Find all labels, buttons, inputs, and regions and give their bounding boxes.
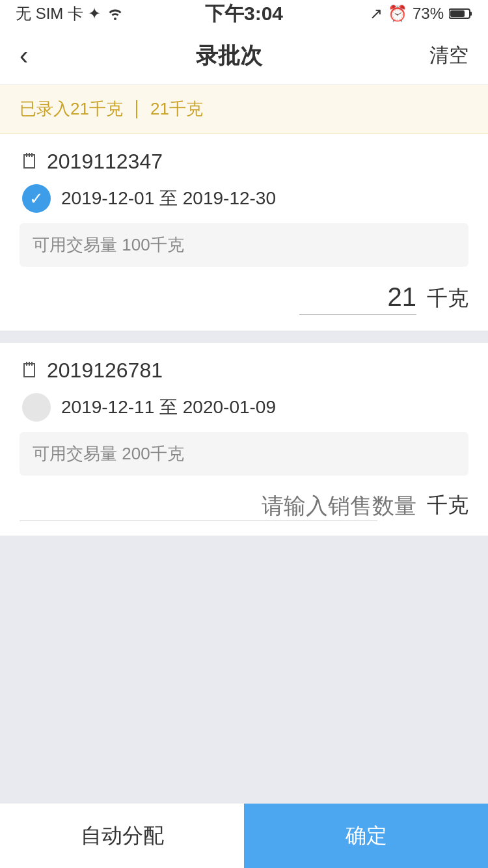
batch-icon-1: 🗒	[20, 150, 40, 174]
status-bar: 无 SIM 卡 ✦ 下午3:04 ↗ ⏰ 73%	[0, 0, 488, 27]
batch-id-2: 2019126781	[47, 359, 163, 383]
quantity-value: 21	[388, 282, 417, 312]
battery-icon	[449, 8, 472, 20]
batch-date-2: 2019-12-11 至 2020-01-09	[61, 395, 276, 420]
radio-selected-1[interactable]: ✓	[22, 184, 51, 213]
radio-unselected-2[interactable]	[22, 393, 51, 422]
battery-percent: 73%	[413, 5, 444, 23]
batch-section-1: 🗒 2019112347 ✓ 2019-12-01 至 2019-12-30 可…	[0, 134, 488, 331]
batch-section-2: 🗒 2019126781 2019-12-11 至 2020-01-09 可用交…	[0, 343, 488, 536]
nav-bar: ‹ 录批次 清空	[0, 27, 488, 85]
location-icon: ↗	[370, 5, 383, 23]
svg-rect-1	[470, 12, 472, 16]
batch-avail-row-1: 可用交易量 100千克	[20, 223, 468, 267]
bottom-bar: 自动分配 确定	[0, 803, 488, 868]
batch-avail-2: 可用交易量 200千克	[33, 444, 184, 463]
confirm-button[interactable]: 确定	[244, 804, 488, 868]
auto-distribute-button[interactable]: 自动分配	[0, 804, 244, 868]
info-banner: 已录入21千克 21千克	[0, 85, 488, 134]
quantity-display-row: 21 千克	[0, 267, 488, 331]
batch-date-row-1: ✓ 2019-12-01 至 2019-12-30	[20, 184, 468, 213]
quantity-underline	[299, 314, 416, 315]
batch-avail-row-2: 可用交易量 200千克	[20, 432, 468, 476]
gray-area	[0, 536, 488, 809]
input-unit: 千克	[427, 491, 468, 520]
wifi-icon	[106, 7, 124, 20]
svg-rect-2	[450, 10, 465, 17]
batch-date-1: 2019-12-01 至 2019-12-30	[61, 186, 276, 211]
clear-button[interactable]: 清空	[429, 42, 468, 69]
sim-label: 无 SIM 卡 ✦	[16, 3, 101, 24]
status-left: 无 SIM 卡 ✦	[16, 3, 124, 24]
batch-avail-1: 可用交易量 100千克	[33, 235, 184, 254]
page-title: 录批次	[196, 41, 262, 71]
info-label: 已录入21千克	[20, 98, 123, 120]
input-area	[20, 493, 416, 519]
input-underline	[20, 521, 377, 521]
info-divider	[136, 100, 137, 118]
batch-id-row-2: 🗒 2019126781	[20, 359, 468, 383]
batch-icon-2: 🗒	[20, 359, 40, 383]
quantity-unit-1: 千克	[427, 284, 468, 313]
batch-item-2[interactable]: 🗒 2019126781 2019-12-11 至 2020-01-09 可用交…	[0, 343, 488, 476]
check-icon: ✓	[29, 189, 44, 209]
batch-date-row-2: 2019-12-11 至 2020-01-09	[20, 393, 468, 422]
qty-display-wrapper: 21	[299, 282, 416, 315]
info-value: 21千克	[150, 98, 203, 120]
back-button[interactable]: ‹	[20, 41, 28, 70]
section-divider	[0, 331, 488, 343]
batch-id-row-1: 🗒 2019112347	[20, 150, 468, 174]
status-time: 下午3:04	[205, 1, 283, 27]
batch-id-1: 2019112347	[47, 150, 163, 174]
quantity-input[interactable]	[221, 493, 416, 519]
batch-item-1[interactable]: 🗒 2019112347 ✓ 2019-12-01 至 2019-12-30 可…	[0, 134, 488, 267]
status-right: ↗ ⏰ 73%	[370, 5, 472, 23]
alarm-icon: ⏰	[388, 5, 407, 23]
input-row: 千克	[0, 476, 488, 536]
